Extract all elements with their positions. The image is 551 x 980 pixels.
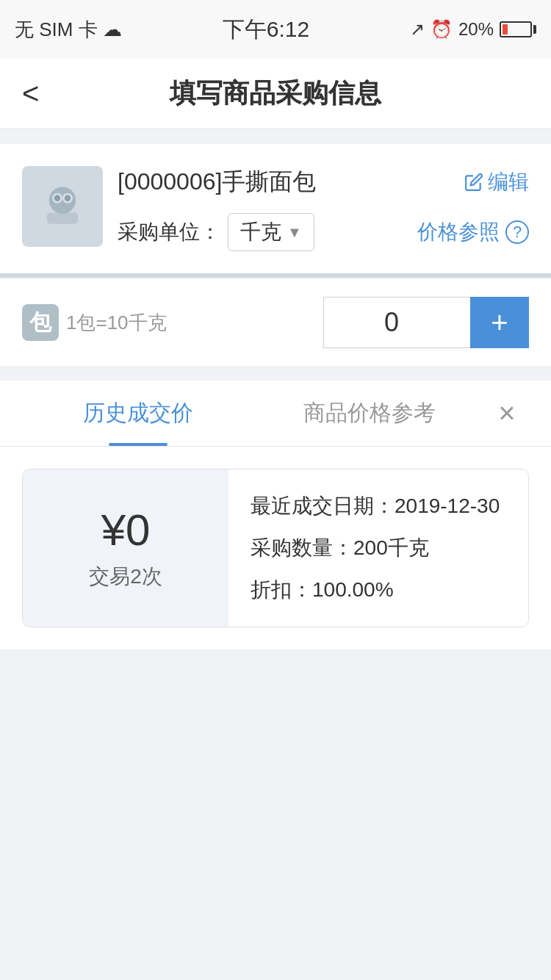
tabs-bar: 历史成交价 商品价格参考 × bbox=[0, 381, 551, 447]
unit-value: 千克 bbox=[240, 218, 281, 246]
discount-row: 折扣：100.00% bbox=[251, 575, 506, 604]
history-content: ¥0 交易2次 最近成交日期：2019-12-30 采购数量：200千克 折扣：… bbox=[0, 447, 551, 649]
alarm-icon: ⏰ bbox=[431, 19, 453, 40]
discount-value: 100.00% bbox=[312, 578, 394, 601]
price-ref-icon: ? bbox=[505, 220, 529, 244]
qty-icon-text: 包 bbox=[29, 308, 51, 338]
price-card: ¥0 交易2次 最近成交日期：2019-12-30 采购数量：200千克 折扣：… bbox=[22, 469, 529, 627]
tab-history-label: 历史成交价 bbox=[83, 398, 193, 428]
tab-history-price[interactable]: 历史成交价 bbox=[22, 381, 253, 446]
qty-unit-info: 1包=10千克 bbox=[66, 310, 167, 336]
qty-input[interactable] bbox=[323, 297, 470, 348]
tab-price-ref[interactable]: 商品价格参考 bbox=[253, 381, 485, 446]
quantity-row: 包 1包=10千克 + bbox=[0, 279, 551, 366]
tab-active-indicator bbox=[109, 443, 168, 446]
price-ref-button[interactable]: 价格参照 ? bbox=[417, 218, 529, 246]
unit-select[interactable]: 千克 ▼ bbox=[228, 213, 314, 251]
battery-icon bbox=[500, 21, 536, 37]
price-tx-count: 交易2次 bbox=[89, 563, 162, 591]
tab-price-ref-label: 商品价格参考 bbox=[303, 398, 436, 428]
recent-date-value: 2019-12-30 bbox=[395, 494, 500, 517]
recent-date-label: 最近成交日期： bbox=[251, 494, 395, 517]
qty-value: 200千克 bbox=[353, 536, 429, 559]
product-image bbox=[22, 166, 103, 247]
edit-button[interactable]: 编辑 bbox=[464, 168, 529, 196]
svg-point-5 bbox=[60, 204, 65, 210]
price-card-right: 最近成交日期：2019-12-30 采购数量：200千克 折扣：100.00% bbox=[228, 469, 528, 627]
section-divider bbox=[0, 273, 551, 278]
recent-date-row: 最近成交日期：2019-12-30 bbox=[251, 491, 506, 520]
qty-icon: 包 bbox=[22, 304, 59, 341]
unit-dropdown-arrow: ▼ bbox=[287, 224, 302, 241]
price-card-left: ¥0 交易2次 bbox=[23, 469, 228, 627]
plus-icon: + bbox=[491, 306, 508, 339]
product-name: [0000006]手撕面包 bbox=[118, 166, 316, 198]
status-right: ↗ ⏰ 20% bbox=[410, 19, 536, 40]
qty-label: 采购数量： bbox=[251, 536, 353, 559]
qty-input-area: + bbox=[181, 297, 529, 348]
price-ref-label: 价格参照 bbox=[417, 218, 500, 246]
page-title: 填写商品采购信息 bbox=[170, 76, 381, 112]
svg-rect-6 bbox=[47, 212, 78, 223]
close-button[interactable]: × bbox=[485, 392, 529, 436]
unit-label: 采购单位： bbox=[118, 218, 220, 246]
status-center: 下午6:12 bbox=[223, 15, 309, 45]
nav-bar: < 填写商品采购信息 bbox=[0, 59, 551, 129]
product-top-row: [0000006]手撕面包 编辑 bbox=[118, 166, 529, 198]
qty-plus-button[interactable]: + bbox=[470, 297, 529, 348]
location-icon: ↗ bbox=[410, 19, 425, 40]
back-button[interactable]: < bbox=[22, 77, 66, 110]
product-card: [0000006]手撕面包 编辑 采购单位： 千克 ▼ 价格参照 ? bbox=[0, 144, 551, 273]
discount-label: 折扣： bbox=[251, 578, 312, 601]
close-icon: × bbox=[498, 397, 515, 430]
svg-point-4 bbox=[65, 195, 71, 201]
product-unit-row: 采购单位： 千克 ▼ 价格参照 ? bbox=[118, 213, 529, 251]
status-left: 无 SIM 卡 ☁ bbox=[15, 17, 122, 43]
edit-label: 编辑 bbox=[488, 168, 529, 196]
main-bg bbox=[0, 649, 551, 980]
product-info: [0000006]手撕面包 编辑 采购单位： 千克 ▼ 价格参照 ? bbox=[118, 166, 529, 251]
svg-point-3 bbox=[54, 195, 60, 201]
qty-row: 采购数量：200千克 bbox=[251, 533, 506, 562]
battery-percent: 20% bbox=[458, 19, 494, 40]
status-bar: 无 SIM 卡 ☁ 下午6:12 ↗ ⏰ 20% bbox=[0, 0, 551, 59]
price-amount: ¥0 bbox=[101, 505, 151, 555]
qty-icon-label: 包 1包=10千克 bbox=[22, 304, 167, 341]
